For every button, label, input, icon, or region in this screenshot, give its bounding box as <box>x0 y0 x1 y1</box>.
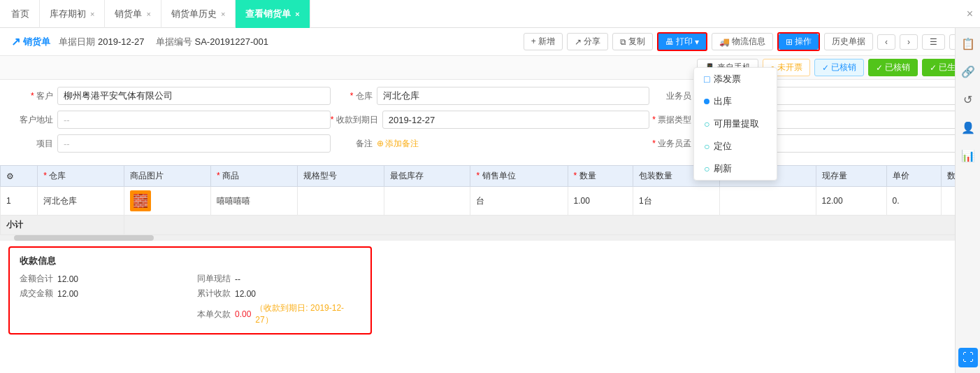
warehouse-field: 仓库 河北仓库 <box>331 87 650 105</box>
cumulative-value: 12.00 <box>235 289 256 299</box>
scrollbar-thumb[interactable] <box>14 235 154 241</box>
share-button[interactable]: ↗ 分享 <box>567 33 608 50</box>
row-warehouse: 河北仓库 <box>38 187 124 216</box>
payment-info-box: 收款信息 金额合计 12.00 同单现结 -- 成交金额 12.00 累计收款 … <box>8 246 372 335</box>
right-sidebar: 📋 🔗 ↺ 👤 📊 ⛶ <box>955 28 980 373</box>
col-product-img: 商品图片 <box>124 166 211 187</box>
customer-field: 客户 柳州粤港平安气体有限公司 <box>11 87 331 105</box>
payment-date-label: 收款到期日 <box>331 114 378 126</box>
menu-item-refresh[interactable]: ○ 刷新 <box>694 157 777 180</box>
close-tab-sales[interactable]: × <box>146 10 150 18</box>
menu-item-add-invoice[interactable]: □ 添发票 <box>694 68 777 90</box>
owed-note: （收款到期日: 2019-12-27） <box>255 302 361 326</box>
row-qty: 1.00 <box>568 187 633 216</box>
row-stock: 12.00 <box>816 187 886 216</box>
payment-title: 收款信息 <box>20 255 361 267</box>
col-warehouse: 仓库 <box>38 166 124 187</box>
deal-amount-label: 成交金额 <box>20 288 53 300</box>
close-tab-inventory[interactable]: × <box>90 10 94 18</box>
owed-value: 0.00 <box>235 309 251 319</box>
project-value[interactable]: -- <box>57 134 331 153</box>
tab-inventory-init[interactable]: 库存期初 × <box>40 0 105 28</box>
toolbar-right: + 新增 ↗ 分享 ⧉ 复制 🖶 打印 ▾ 🚚 物流信息 ⊞ 操作 <box>524 32 972 51</box>
ticket-label: 票据类型 <box>649 114 691 126</box>
close-tab-view[interactable]: × <box>295 10 299 18</box>
sidebar-icon-expand[interactable]: ⛶ <box>958 348 978 367</box>
logistics-button[interactable]: 🚚 物流信息 <box>712 33 773 50</box>
total-value: 12.00 <box>57 274 78 284</box>
menu-item-available[interactable]: ○ 可用量提取 <box>694 113 777 135</box>
table-header-row: ⚙ 仓库 商品图片 商品 规格型号 最低库存 销售单位 数量 包装数量 可用量 … <box>1 166 980 187</box>
dropdown-menu: □ 添发票 出库 ○ 可用量提取 ○ 定位 ○ 刷新 <box>693 67 777 181</box>
new-button[interactable]: + 新增 <box>524 33 563 50</box>
table-scrollbar[interactable] <box>0 235 980 241</box>
col-min-stock: 最低库存 <box>384 166 470 187</box>
col-unit: 销售单位 <box>470 166 568 187</box>
copy-icon: ⧉ <box>620 37 626 47</box>
effective-icon: ✓ <box>930 63 937 73</box>
nav-next-button[interactable]: › <box>900 34 918 50</box>
customer-value[interactable]: 柳州粤港平安气体有限公司 <box>57 87 331 105</box>
tab-view-sales[interactable]: 查看销货单 × <box>236 0 310 28</box>
row-unit: 台 <box>470 187 568 216</box>
available-icon: ○ <box>704 118 709 129</box>
same-settle-label: 同单现结 <box>197 273 231 285</box>
gear-icon: ⚙ <box>6 171 14 181</box>
plus-icon: ⊕ <box>377 139 384 148</box>
note-field: 备注 ⊕ 添加备注 <box>331 138 650 150</box>
sidebar-icon-refresh[interactable]: ↺ <box>958 90 978 109</box>
same-settle-value: -- <box>235 274 240 284</box>
sold-icon: ✓ <box>876 63 883 73</box>
doc-type-label: ↗ 销货单 <box>8 35 50 48</box>
deal-amount-item: 成交金额 12.00 <box>20 288 183 300</box>
menu-item-outbound[interactable]: 出库 <box>694 90 777 113</box>
form-row-3: 项目 -- 备注 ⊕ 添加备注 业务员孟 -- <box>11 134 969 153</box>
operate-icon: ⊞ <box>786 37 793 47</box>
toolbar: ↗ 销货单 单据日期 2019-12-27 单据编号 SA-20191227-0… <box>0 28 980 56</box>
tab-sales-order[interactable]: 销货单 × <box>105 0 161 28</box>
customer-label: 客户 <box>11 90 53 102</box>
payment-date-value[interactable]: 2019-12-27 <box>382 111 650 129</box>
close-tab-history[interactable]: × <box>221 10 225 18</box>
history-button[interactable]: 历史单据 <box>824 33 873 50</box>
operate-highlight: ⊞ 操作 <box>777 32 820 51</box>
nav-prev-button[interactable]: ‹ <box>877 34 895 50</box>
add-note-btn[interactable]: ⊕ 添加备注 <box>377 138 419 150</box>
main-container: ↗ 销货单 单据日期 2019-12-27 单据编号 SA-20191227-0… <box>0 28 980 373</box>
menu-item-locate[interactable]: ○ 定位 <box>694 135 777 157</box>
print-button[interactable]: 🖶 打印 ▾ <box>657 32 707 51</box>
total-label: 金额合计 <box>20 273 53 285</box>
close-all-icon[interactable]: × <box>967 8 973 20</box>
warehouse-value[interactable]: 河北仓库 <box>377 87 650 105</box>
share-icon: ↗ <box>575 37 582 47</box>
logistics-icon: 🚚 <box>719 37 730 47</box>
view-list-button[interactable]: ☰ <box>922 34 945 50</box>
product-image: 🧱 <box>130 190 151 211</box>
same-settle-item: 同单现结 -- <box>197 273 361 285</box>
row-product-img: 🧱 <box>124 187 211 216</box>
subtotal-row: 小计 <box>1 216 980 235</box>
salesperson-label: 业务员孟 <box>649 138 691 150</box>
sidebar-icon-link[interactable]: 🔗 <box>958 62 978 81</box>
row-available <box>719 187 816 216</box>
product-table: ⚙ 仓库 商品图片 商品 规格型号 最低库存 销售单位 数量 包装数量 可用量 … <box>0 165 980 235</box>
total-amount-item: 金额合计 12.00 <box>20 273 183 285</box>
form-area: 客户 柳州粤港平安气体有限公司 仓库 河北仓库 业务员 演示账号 客户地址 --… <box>0 80 980 165</box>
copy-button[interactable]: ⧉ 复制 <box>612 33 653 50</box>
operate-button[interactable]: ⊞ 操作 <box>779 34 819 50</box>
deal-amount-value: 12.00 <box>57 289 78 299</box>
row-spec <box>297 187 384 216</box>
row-product: 嘻嘻嘻嘻 <box>211 187 298 216</box>
tab-home[interactable]: 首页 <box>6 0 40 28</box>
sidebar-icon-user[interactable]: 👤 <box>958 118 978 137</box>
tab-sales-history[interactable]: 销货单历史 × <box>161 0 236 28</box>
col-stock: 现存量 <box>816 166 886 187</box>
sidebar-icon-chart[interactable]: 📊 <box>958 146 978 165</box>
address-value[interactable]: -- <box>57 111 331 129</box>
col-spec: 规格型号 <box>297 166 384 187</box>
sidebar-icon-doc[interactable]: 📋 <box>958 34 978 53</box>
row-min-stock <box>384 187 470 216</box>
check-btn[interactable]: ✓ 已核销 <box>814 59 864 76</box>
sold-btn[interactable]: ✓ 已核销 <box>868 59 918 76</box>
warehouse-label: 仓库 <box>331 90 373 102</box>
